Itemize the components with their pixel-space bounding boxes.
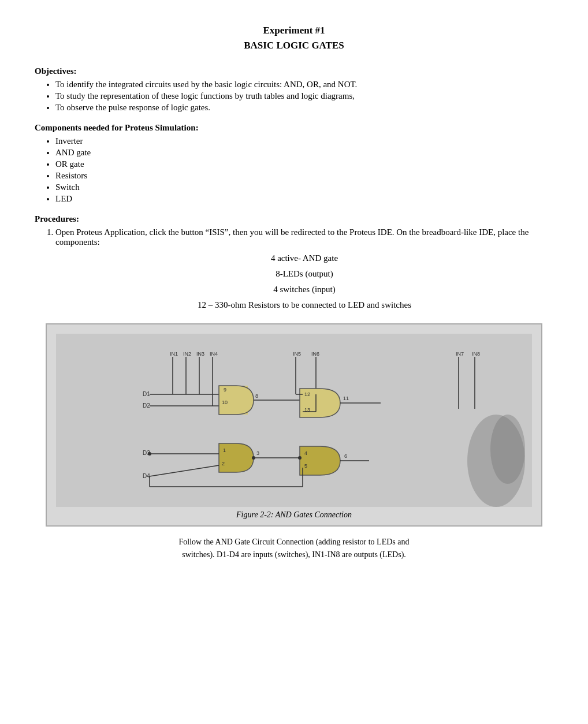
figure-caption: Figure 2-2: AND Gates Connection <box>56 510 532 520</box>
list-item: Inverter <box>55 136 553 146</box>
svg-text:11: 11 <box>343 395 349 401</box>
svg-text:IN4: IN4 <box>210 351 218 357</box>
svg-text:IN2: IN2 <box>183 351 191 357</box>
step1-line4: 12 – 330-ohm Resistors to be connected t… <box>55 297 553 313</box>
svg-text:IN6: IN6 <box>311 351 319 357</box>
svg-text:D4: D4 <box>143 473 150 479</box>
list-item: AND gate <box>55 148 553 158</box>
procedures-list: Open Proteus Application, click the butt… <box>55 227 553 313</box>
svg-text:6: 6 <box>344 453 347 459</box>
step1-line2: 8-LEDs (output) <box>55 266 553 282</box>
step1-text: Open Proteus Application, click the butt… <box>55 227 529 247</box>
svg-text:8: 8 <box>255 393 258 399</box>
step1-line3: 4 switches (input) <box>55 282 553 297</box>
step1-line1: 4 active- AND gate <box>55 251 553 266</box>
svg-text:D2: D2 <box>143 402 150 409</box>
list-item: OR gate <box>55 159 553 169</box>
components-heading: Components needed for Proteus Simulation… <box>35 123 553 133</box>
follow-text-line2: switches). D1-D4 are inputs (switches), … <box>182 550 406 559</box>
list-item: To study the representation of these log… <box>55 91 553 101</box>
svg-text:IN3: IN3 <box>196 351 204 357</box>
follow-text: Follow the AND Gate Circuit Connection (… <box>35 536 553 562</box>
svg-text:1: 1 <box>223 447 226 453</box>
svg-point-57 <box>298 456 302 460</box>
svg-text:13: 13 <box>304 407 310 413</box>
circuit-diagram: IN1 IN2 IN3 IN4 IN5 IN6 IN7 IN8 D1 D2 D3… <box>56 334 532 507</box>
svg-point-56 <box>252 456 255 460</box>
objectives-heading: Objectives: <box>35 66 553 76</box>
svg-rect-0 <box>57 334 531 507</box>
objectives-list: To identify the integrated circuits used… <box>55 80 553 113</box>
components-section: Components needed for Proteus Simulation… <box>35 123 553 204</box>
svg-text:IN7: IN7 <box>456 351 464 357</box>
step1-details: 4 active- AND gate 8-LEDs (output) 4 swi… <box>55 251 553 313</box>
svg-point-2 <box>490 415 525 484</box>
svg-text:IN5: IN5 <box>293 351 301 357</box>
list-item: Switch <box>55 182 553 192</box>
svg-text:9: 9 <box>224 387 226 393</box>
svg-text:10: 10 <box>222 400 228 405</box>
svg-text:12: 12 <box>304 391 310 397</box>
objectives-section: Objectives: To identify the integrated c… <box>35 66 553 113</box>
svg-text:5: 5 <box>304 463 307 469</box>
list-item: To identify the integrated circuits used… <box>55 80 553 89</box>
svg-text:D1: D1 <box>143 391 150 397</box>
figure-container: IN1 IN2 IN3 IN4 IN5 IN6 IN7 IN8 D1 D2 D3… <box>46 323 542 527</box>
list-item: LED <box>55 194 553 204</box>
list-item: To observe the pulse response of logic g… <box>55 103 553 113</box>
svg-text:IN1: IN1 <box>170 351 178 357</box>
svg-text:3: 3 <box>256 450 259 456</box>
svg-text:4: 4 <box>304 450 307 456</box>
procedures-heading: Procedures: <box>35 214 553 224</box>
procedures-section: Procedures: Open Proteus Application, cl… <box>35 214 553 313</box>
page-title: Experiment #1 BASIC LOGIC GATES <box>35 23 553 53</box>
list-item: Open Proteus Application, click the butt… <box>55 227 553 313</box>
list-item: Resistors <box>55 171 553 181</box>
components-list: Inverter AND gate OR gate Resistors Swit… <box>55 136 553 204</box>
svg-text:2: 2 <box>222 461 225 467</box>
svg-text:IN8: IN8 <box>472 351 480 357</box>
svg-point-55 <box>148 452 151 456</box>
follow-text-line1: Follow the AND Gate Circuit Connection (… <box>179 538 410 546</box>
